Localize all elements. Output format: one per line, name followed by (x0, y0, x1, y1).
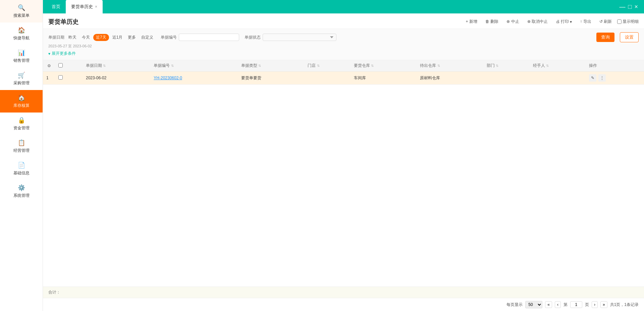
doc-status-select[interactable] (263, 34, 336, 41)
date-btn-yesterday[interactable]: 昨天 (66, 34, 78, 41)
sidebar-item-sales-mgmt[interactable]: 📊 销售管理 (0, 45, 43, 68)
export-button[interactable]: ↑ 导出 (577, 17, 594, 26)
date-btn-more[interactable]: 更多 (126, 34, 138, 41)
row-edit-button[interactable]: ✎ (589, 74, 596, 82)
col-settings[interactable]: ⚙ (43, 60, 55, 72)
close-tab-icon[interactable]: × (95, 4, 97, 9)
tab-home[interactable]: 首页 (46, 0, 66, 13)
next-page-button[interactable]: › (592, 301, 598, 308)
per-page-select[interactable]: 50 10 20 100 (525, 301, 542, 308)
new-button[interactable]: + 新增 (463, 17, 480, 26)
finance-icon: 🔒 (18, 117, 25, 124)
row-more-button[interactable]: ⋮ (598, 74, 606, 82)
row-pending-warehouse: 原材料仓库 (417, 72, 483, 85)
row-checkbox[interactable] (55, 72, 83, 85)
ops-icon: 📋 (18, 139, 25, 146)
col-checkbox[interactable] (55, 60, 83, 72)
date-range-text: 2023-05-27 至 2023-06-02 (48, 44, 92, 49)
last-page-button[interactable]: » (600, 301, 607, 308)
page-number-input[interactable] (570, 301, 582, 308)
window-controls: — □ × (620, 3, 641, 10)
date-btn-custom[interactable]: 自定义 (139, 34, 155, 41)
row-req-warehouse: 车间库 (351, 72, 417, 85)
sys-mgmt-icon: ⚙️ (18, 184, 25, 191)
col-handler[interactable]: 经手人 ⇅ (530, 60, 586, 72)
col-actions: 操作 (586, 60, 644, 72)
display-detail-checkbox[interactable] (617, 19, 622, 24)
pagination-bar: 每页显示 50 10 20 100 « ‹ 第 页 › » 共1页，1条记录 (43, 298, 644, 311)
date-filter-group: 单据日期 昨天 今天 近7天 近1月 更多 自定义 (48, 34, 155, 41)
doc-status-label: 单据状态 (245, 35, 261, 40)
doc-number-filter-group: 单据编号 (161, 34, 239, 41)
sidebar-item-finance-mgmt[interactable]: 🔒 资金管理 (0, 113, 43, 135)
row-select-checkbox[interactable] (58, 75, 63, 80)
sidebar: 🔍 搜索菜单 🏠 快捷导航 📊 销售管理 🛒 采购管理 🏠 库存核算 🔒 资金管… (0, 0, 43, 311)
row-handler (530, 72, 586, 85)
first-page-button[interactable]: « (545, 301, 552, 308)
row-department (483, 72, 530, 85)
sidebar-item-basic-info[interactable]: 📄 基础信息 (0, 158, 43, 180)
col-doc-date[interactable]: 单据日期 ⇅ (83, 60, 150, 72)
toolbar-actions: + 新增 🗑 删除 ⊗ 中止 ⊗ 取消中止 🖨 打印 ▾ ↑ 导出 (463, 17, 639, 26)
col-department[interactable]: 部门 ⇅ (483, 60, 530, 72)
sort-department-icon: ⇅ (496, 64, 498, 68)
sidebar-item-search-menu[interactable]: 🔍 搜索菜单 (0, 0, 43, 23)
query-button[interactable]: 查询 (596, 33, 614, 42)
sort-pending-warehouse-icon: ⇅ (437, 64, 440, 68)
display-detail-toggle[interactable]: 显示明细 (617, 19, 639, 25)
select-all-checkbox[interactable] (58, 63, 63, 68)
expand-more-btn[interactable]: ▾ 展开更多条件 (48, 51, 639, 56)
col-store[interactable]: 门店 ⇅ (304, 60, 351, 72)
search-menu-icon: 🔍 (18, 4, 25, 11)
table-footer: 合计： (43, 286, 644, 298)
stop-button[interactable]: ⊗ 中止 (504, 17, 522, 26)
sort-doc-date-icon: ⇅ (103, 64, 106, 68)
close-window-button[interactable]: × (634, 3, 638, 10)
date-btn-today[interactable]: 今天 (80, 34, 92, 41)
sidebar-item-purchase-mgmt[interactable]: 🛒 采购管理 (0, 68, 43, 90)
sidebar-item-quick-nav[interactable]: 🏠 快捷导航 (0, 23, 43, 45)
doc-number-label: 单据编号 (161, 35, 177, 40)
prev-page-button[interactable]: ‹ (555, 301, 561, 308)
chevron-down-icon: ▾ (48, 51, 50, 56)
row-actions: ✎ ⋮ (586, 72, 644, 85)
sidebar-item-ops-mgmt[interactable]: 📋 经营管理 (0, 135, 43, 158)
sort-req-warehouse-icon: ⇅ (371, 64, 374, 68)
table-body: 1 2023-06-02 YH-20230602-0 要货单要货 车间库 原材料… (43, 72, 644, 85)
row-doc-type: 要货单要货 (238, 72, 305, 85)
date-btn-last1month[interactable]: 近1月 (110, 34, 125, 41)
col-doc-type[interactable]: 单据类型 ⇅ (238, 60, 305, 72)
row-doc-date: 2023-06-02 (83, 72, 150, 85)
quick-nav-icon: 🏠 (18, 27, 25, 34)
requisition-table: ⚙ 单据日期 ⇅ 单据编号 ⇅ 单据类型 ⇅ (43, 60, 644, 85)
sort-store-icon: ⇅ (317, 64, 320, 68)
settings-button[interactable]: 设置 (620, 32, 639, 42)
doc-number-input[interactable] (179, 34, 239, 41)
sidebar-item-sys-mgmt[interactable]: ⚙️ 系统管理 (0, 180, 43, 203)
maximize-button[interactable]: □ (628, 3, 632, 10)
table-header-row: ⚙ 单据日期 ⇅ 单据编号 ⇅ 单据类型 ⇅ (43, 60, 644, 72)
delete-button[interactable]: 🗑 删除 (483, 17, 501, 26)
refresh-button[interactable]: ↺ 刷新 (597, 17, 614, 26)
tab-requisition-history[interactable]: 要货单历史 × (66, 0, 103, 13)
table-row: 1 2023-06-02 YH-20230602-0 要货单要货 车间库 原材料… (43, 72, 644, 85)
minimize-button[interactable]: — (620, 3, 626, 10)
filter-bar: 单据日期 昨天 今天 近7天 近1月 更多 自定义 单据编号 (43, 29, 644, 60)
date-btn-last7days[interactable]: 近7天 (93, 34, 109, 41)
cancel-stop-button[interactable]: ⊗ 取消中止 (525, 17, 550, 26)
inventory-icon: 🏠 (18, 94, 25, 101)
col-pending-warehouse[interactable]: 待出仓库 ⇅ (417, 60, 483, 72)
table-container: ⚙ 单据日期 ⇅ 单据编号 ⇅ 单据类型 ⇅ (43, 60, 644, 286)
doc-status-filter-group: 单据状态 (245, 34, 336, 41)
basic-info-icon: 📄 (18, 162, 25, 169)
col-doc-number[interactable]: 单据编号 ⇅ (150, 60, 237, 72)
sidebar-item-inventory[interactable]: 🏠 库存核算 (0, 90, 43, 113)
print-button[interactable]: 🖨 打印 ▾ (553, 17, 575, 26)
row-doc-number[interactable]: YH-20230602-0 (150, 72, 237, 85)
date-filter-btns: 昨天 今天 近7天 近1月 更多 自定义 (66, 34, 155, 41)
top-nav: 首页 要货单历史 × — □ × (43, 0, 644, 13)
main-area: 首页 要货单历史 × — □ × 要货单历史 + 新增 🗑 删除 (43, 0, 644, 311)
total-info: 共1页，1条记录 (610, 302, 639, 308)
sort-doc-type-icon: ⇅ (258, 64, 261, 68)
col-req-warehouse[interactable]: 要货仓库 ⇅ (351, 60, 417, 72)
